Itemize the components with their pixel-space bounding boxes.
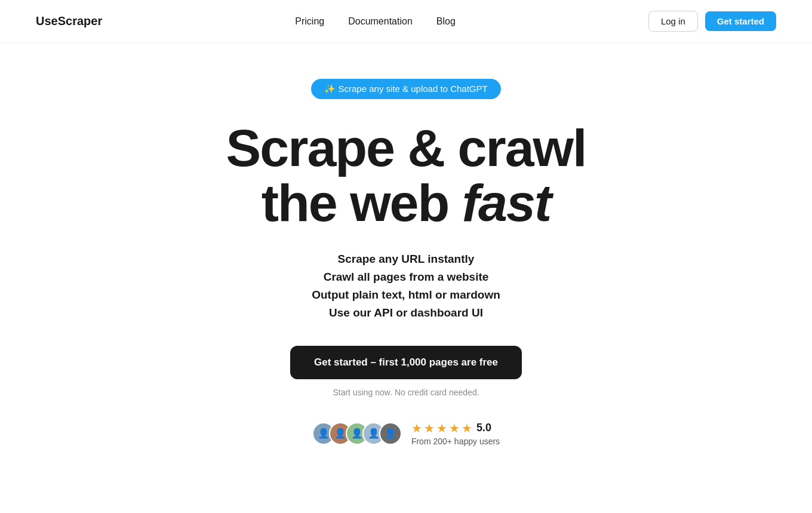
star-rating: ★ ★ ★ ★ ★ 5.0 <box>411 421 491 435</box>
avatar: 👤 <box>379 422 402 445</box>
nav-links: Pricing Documentation Blog <box>295 16 456 27</box>
social-proof: 👤 👤 👤 👤 👤 ★ ★ ★ ★ ★ 5.0 From 200+ happy … <box>312 421 500 446</box>
nav-link-pricing[interactable]: Pricing <box>295 16 324 27</box>
hero-title-line1: Scrape & crawl <box>226 118 586 177</box>
hero-subtext: Start using now. No credit card needed. <box>333 388 479 397</box>
star-icon: ★ <box>411 421 422 435</box>
get-started-nav-button[interactable]: Get started <box>705 11 776 31</box>
nav-actions: Log in Get started <box>648 11 776 32</box>
hero-feature-2: Crawl all pages from a website <box>312 271 500 284</box>
hero-section: ✨ Scrape any site & upload to ChatGPT Sc… <box>0 43 812 470</box>
rating-score: 5.0 <box>476 422 491 434</box>
hero-feature-1: Scrape any URL instantly <box>312 253 500 266</box>
nav-link-documentation[interactable]: Documentation <box>348 16 413 27</box>
hero-features: Scrape any URL instantly Crawl all pages… <box>312 253 500 320</box>
hero-title: Scrape & crawl the web fast <box>226 121 586 231</box>
cta-button[interactable]: Get started – first 1,000 pages are free <box>290 346 522 379</box>
hero-title-line2: the web <box>262 173 462 232</box>
star-icon: ★ <box>462 421 472 435</box>
rating-section: ★ ★ ★ ★ ★ 5.0 From 200+ happy users <box>411 421 500 446</box>
star-icon: ★ <box>436 421 447 435</box>
star-icon: ★ <box>424 421 435 435</box>
avatar-group: 👤 👤 👤 👤 👤 <box>312 422 402 445</box>
hero-badge[interactable]: ✨ Scrape any site & upload to ChatGPT <box>311 79 500 99</box>
hero-title-italic: fast <box>462 173 551 232</box>
rating-label: From 200+ happy users <box>411 437 500 446</box>
logo[interactable]: UseScraper <box>36 14 102 28</box>
star-icon: ★ <box>449 421 460 435</box>
hero-feature-4: Use our API or dashboard UI <box>312 306 500 320</box>
navbar: UseScraper Pricing Documentation Blog Lo… <box>0 0 812 43</box>
hero-feature-3: Output plain text, html or mardown <box>312 288 500 302</box>
login-button[interactable]: Log in <box>648 11 698 32</box>
nav-link-blog[interactable]: Blog <box>436 16 456 27</box>
